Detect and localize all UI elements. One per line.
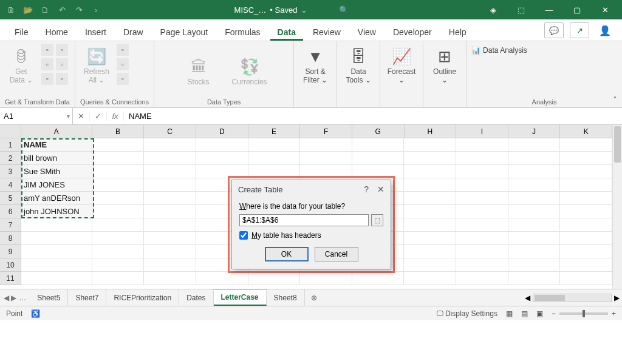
fx-button[interactable]: fx — [107, 112, 124, 121]
cell[interactable]: Sue SMith — [21, 165, 92, 178]
col-header[interactable]: F — [300, 125, 352, 138]
headers-checkbox[interactable] — [239, 231, 248, 240]
row-header[interactable]: 1 — [0, 138, 21, 152]
range-picker-icon[interactable]: ⬚ — [371, 214, 383, 226]
sheet-tab[interactable]: Sheet5 — [30, 289, 68, 306]
redo-icon[interactable]: ↷ — [72, 2, 86, 17]
maximize-button[interactable]: ▢ — [564, 1, 590, 18]
ok-button[interactable]: OK — [265, 247, 309, 261]
col-header[interactable]: J — [508, 125, 561, 138]
forecast-button[interactable]: 📈 Forecast ⌄ — [385, 44, 418, 85]
close-button[interactable]: ✕ — [592, 1, 618, 18]
sheet-tab[interactable]: Sheet8 — [267, 289, 305, 306]
save-icon[interactable]: 🗎 — [4, 2, 18, 17]
data-tools-button[interactable]: 🗄 Data Tools ⌄ — [342, 44, 375, 85]
mini-icon[interactable]: ▫ — [117, 44, 129, 56]
tab-review[interactable]: Review — [306, 22, 348, 41]
col-header[interactable]: D — [196, 125, 248, 138]
display-settings-button[interactable]: 🖵 Display Settings — [436, 309, 497, 318]
new-icon[interactable]: 🗋 — [38, 2, 52, 17]
open-icon[interactable]: 📂 — [21, 2, 35, 17]
cell[interactable]: JIM JONES — [21, 178, 92, 192]
col-header[interactable]: B — [92, 125, 145, 138]
row-header[interactable]: 11 — [0, 272, 21, 285]
scrollbar-thumb[interactable] — [535, 295, 565, 301]
tab-help[interactable]: Help — [442, 22, 474, 41]
cell[interactable]: bill brown — [21, 152, 92, 165]
dialog-titlebar[interactable]: Create Table ? ✕ — [232, 180, 391, 198]
zoom-control[interactable]: − + — [552, 309, 616, 318]
col-header[interactable]: C — [144, 125, 196, 138]
view-normal-icon[interactable]: ▦ — [506, 309, 513, 318]
tab-home[interactable]: Home — [38, 22, 75, 41]
currencies-button[interactable]: 💱 Currencies — [233, 54, 266, 87]
col-header[interactable]: A — [21, 125, 92, 138]
tab-insert[interactable]: Insert — [78, 22, 114, 41]
row-header[interactable]: 5 — [0, 192, 21, 205]
cell[interactable]: NAME — [21, 138, 92, 152]
close-icon[interactable]: ✕ — [377, 184, 384, 194]
col-header[interactable]: H — [405, 125, 457, 138]
zoom-in-button[interactable]: + — [612, 309, 616, 318]
mini-icon[interactable]: ▫ — [41, 73, 53, 85]
ribbon-mode-icon[interactable]: ⬚ — [508, 1, 535, 18]
col-header[interactable]: G — [352, 125, 405, 138]
row-header[interactable]: 9 — [0, 245, 21, 258]
cancel-x-icon[interactable]: ✕ — [73, 112, 90, 121]
row-header[interactable]: 10 — [0, 258, 21, 272]
chevron-down-icon[interactable]: ▾ — [67, 113, 70, 120]
outline-button[interactable]: ⊞ Outline ⌄ — [428, 44, 461, 85]
mini-icon[interactable]: ▫ — [56, 44, 68, 56]
sheet-tab[interactable]: Dates — [179, 289, 213, 306]
tab-developer[interactable]: Developer — [386, 22, 439, 41]
col-header[interactable]: K — [560, 125, 612, 138]
range-input[interactable] — [239, 214, 369, 226]
sheet-tab-active[interactable]: LetterCase — [214, 289, 267, 306]
row-header[interactable]: 4 — [0, 178, 21, 192]
row-header[interactable]: 6 — [0, 205, 21, 218]
help-button[interactable]: ? — [364, 184, 369, 194]
diamond-icon[interactable]: ◈ — [480, 1, 507, 18]
comments-button[interactable]: 💬 — [544, 22, 564, 38]
mini-icon[interactable]: ▫ — [117, 73, 129, 85]
mini-icon[interactable]: ▫ — [117, 58, 129, 70]
add-sheet-button[interactable]: ⊕ — [305, 289, 323, 306]
scrollbar-thumb[interactable] — [614, 126, 621, 163]
mini-icon[interactable]: ▫ — [41, 44, 53, 56]
save-status[interactable]: • Saved — [270, 5, 297, 15]
cell[interactable]: john JOHNSON — [21, 205, 92, 218]
tab-data[interactable]: Data — [270, 22, 303, 41]
collapse-ribbon-icon[interactable]: ˄ — [613, 95, 617, 105]
zoom-out-button[interactable]: − — [552, 309, 556, 318]
tab-formulas[interactable]: Formulas — [217, 22, 267, 41]
tab-view[interactable]: View — [350, 22, 383, 41]
sort-filter-button[interactable]: ▼ Sort & Filter ⌄ — [299, 44, 332, 85]
sheet-nav[interactable]: ◀ ▶ … — [0, 289, 30, 306]
account-icon[interactable]: 👤 — [595, 22, 615, 38]
view-page-break-icon[interactable]: ▣ — [536, 309, 543, 318]
zoom-slider[interactable] — [559, 312, 608, 315]
row-header[interactable]: 2 — [0, 152, 21, 165]
headers-checkbox-label[interactable]: My table has headers — [239, 231, 383, 240]
mini-icon[interactable]: ▫ — [56, 73, 68, 85]
row-header[interactable]: 7 — [0, 218, 21, 232]
stocks-button[interactable]: 🏛 Stocks — [182, 54, 215, 87]
title-dropdown-icon[interactable]: ⌄ — [301, 5, 307, 15]
data-analysis-button[interactable]: 📊 Data Analysis — [471, 46, 527, 55]
undo-icon[interactable]: ↶ — [55, 2, 69, 17]
col-header[interactable]: E — [248, 125, 301, 138]
sheet-tab[interactable]: Sheet7 — [68, 289, 106, 306]
name-box[interactable]: A1 ▾ — [0, 108, 73, 124]
mini-icon[interactable]: ▫ — [56, 58, 68, 70]
qat-more[interactable]: › — [89, 2, 103, 17]
refresh-all-button[interactable]: 🔄 Refresh All ⌄ — [80, 44, 113, 85]
mini-icon[interactable]: ▫ — [41, 58, 53, 70]
vertical-scrollbar[interactable] — [612, 125, 622, 289]
share-button[interactable]: ↗ — [570, 22, 589, 38]
accessibility-icon[interactable]: ♿ — [31, 309, 40, 318]
cell[interactable]: amY anDERson — [21, 192, 92, 205]
minimize-button[interactable]: — — [536, 1, 562, 18]
tab-page-layout[interactable]: Page Layout — [153, 22, 216, 41]
row-header[interactable]: 8 — [0, 232, 21, 245]
view-page-layout-icon[interactable]: ▤ — [521, 309, 528, 318]
